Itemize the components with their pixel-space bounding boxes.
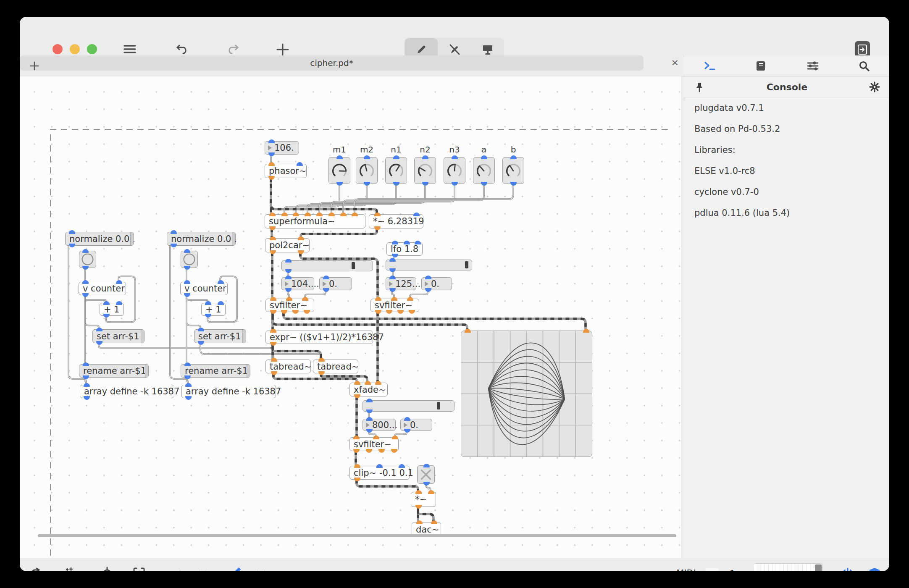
node-svfilter-3[interactable]: svfilter~	[349, 437, 399, 451]
oversampling-selector[interactable]: 1x	[730, 568, 741, 572]
node-mul-628[interactable]: *~ 6.28319	[369, 214, 423, 228]
node-knob-m1[interactable]	[328, 157, 350, 184]
signal-inlet[interactable]	[281, 213, 288, 216]
signal-inlet[interactable]	[375, 381, 381, 385]
node-scope[interactable]	[461, 331, 592, 457]
signal-inlet[interactable]	[340, 213, 347, 216]
control-inlet[interactable]	[205, 301, 211, 305]
signal-inlet[interactable]	[428, 490, 434, 494]
signal-inlet[interactable]	[305, 213, 311, 216]
volume-thumb[interactable]	[815, 564, 822, 571]
control-inlet[interactable]	[83, 362, 89, 366]
node-knob-m2[interactable]	[356, 157, 378, 184]
node-toggle[interactable]	[417, 465, 435, 484]
control-inlet[interactable]	[218, 301, 224, 305]
center-canvas-button[interactable]	[91, 567, 123, 571]
node-num-106[interactable]: 106.	[265, 141, 299, 155]
control-inlet[interactable]	[218, 280, 224, 284]
control-inlet[interactable]	[336, 155, 343, 159]
connection-style-button[interactable]	[20, 567, 52, 571]
control-inlet[interactable]	[185, 383, 192, 387]
signal-inlet[interactable]	[374, 213, 381, 216]
minimize-window-button[interactable]	[70, 44, 80, 54]
number-drag-icon[interactable]	[268, 145, 272, 150]
node-bang-2[interactable]	[181, 251, 198, 268]
node-knob-b[interactable]	[502, 157, 524, 184]
node-bang-1[interactable]	[79, 251, 96, 268]
signal-inlet[interactable]	[271, 358, 277, 362]
sidebar-tab-search[interactable]	[838, 60, 889, 72]
node-superformula[interactable]: superformula~	[265, 214, 365, 228]
control-inlet[interactable]	[198, 328, 204, 331]
control-inlet[interactable]	[96, 328, 102, 331]
maximize-window-button[interactable]	[87, 44, 97, 54]
overlay-visibility-button[interactable]	[168, 568, 193, 571]
control-inlet[interactable]	[399, 464, 405, 468]
signal-inlet[interactable]	[354, 381, 360, 385]
signal-inlet[interactable]	[286, 297, 292, 301]
control-inlet[interactable]	[392, 241, 398, 244]
control-inlet[interactable]	[323, 276, 329, 279]
node-vcounter-1[interactable]: v counter	[79, 282, 126, 295]
number-drag-icon[interactable]	[366, 423, 370, 428]
node-lfo[interactable]: lfo 1.8	[386, 242, 423, 256]
node-slider-1[interactable]	[281, 260, 373, 271]
console-settings-button[interactable]	[859, 81, 889, 92]
redo-icon[interactable]	[226, 42, 240, 56]
signal-inlet[interactable]	[373, 436, 379, 439]
overlay-dropdown-chevron[interactable]	[193, 570, 212, 571]
node-tabread-L[interactable]: tabread~	[265, 360, 311, 373]
control-inlet[interactable]	[184, 249, 190, 253]
signal-inlet[interactable]	[583, 329, 589, 333]
signal-inlet[interactable]	[353, 436, 360, 439]
signal-inlet[interactable]	[298, 236, 304, 240]
new-object-icon[interactable]	[275, 42, 290, 57]
control-inlet[interactable]	[404, 241, 410, 244]
control-inlet[interactable]	[364, 155, 370, 159]
node-clip[interactable]: clip~ -0.1 0.1	[349, 466, 410, 480]
signal-inlet[interactable]	[392, 436, 398, 439]
node-slider-2[interactable]	[386, 260, 472, 270]
signal-inlet[interactable]	[302, 297, 308, 301]
control-inlet[interactable]	[415, 241, 421, 244]
node-set-arr-1[interactable]: set arr-$1	[92, 329, 144, 343]
canvas-horizontal-scrollbar[interactable]	[38, 534, 676, 537]
close-window-button[interactable]	[53, 44, 63, 54]
control-inlet[interactable]	[389, 258, 396, 262]
control-inlet[interactable]	[116, 280, 122, 284]
node-svfilter-L[interactable]: svfilter~	[265, 299, 314, 312]
node-xfade[interactable]: xfade~	[349, 383, 388, 396]
node-num-800[interactable]: 800...	[363, 419, 396, 431]
control-inlet[interactable]	[82, 280, 89, 284]
control-inlet[interactable]	[423, 464, 430, 467]
node-normalize-1[interactable]: normalize 0.01	[65, 232, 134, 246]
node-rename-arr-1[interactable]: rename arr-$1	[79, 364, 149, 378]
node-mul[interactable]: *~	[411, 492, 436, 507]
signal-inlet[interactable]	[270, 297, 276, 301]
pin-console-button[interactable]	[684, 81, 715, 92]
protect-mode-button[interactable]	[860, 567, 889, 571]
node-plus1-1[interactable]: + 1	[100, 303, 124, 316]
node-num-104[interactable]: 104....	[281, 277, 314, 290]
volume-slider[interactable]	[753, 563, 823, 571]
node-knob-n1[interactable]	[385, 157, 407, 184]
signal-inlet[interactable]	[328, 213, 335, 216]
node-array-define-2[interactable]: array define -k 16387	[181, 385, 276, 398]
auto-patch-button[interactable]	[52, 567, 84, 571]
control-inlet[interactable]	[116, 301, 122, 305]
signal-inlet[interactable]	[293, 213, 299, 216]
main-menu-icon[interactable]	[123, 43, 137, 55]
control-inlet[interactable]	[103, 301, 110, 305]
node-num-125[interactable]: 125....	[386, 277, 416, 290]
node-vcounter-2[interactable]: v counter	[180, 282, 228, 295]
control-inlet[interactable]	[171, 230, 177, 234]
node-num-0c[interactable]: 0.	[400, 419, 432, 431]
number-drag-icon[interactable]	[404, 423, 407, 428]
undo-icon[interactable]	[175, 42, 189, 56]
number-drag-icon[interactable]	[323, 281, 326, 286]
node-num-0b[interactable]: 0.	[421, 277, 452, 290]
slider-thumb[interactable]	[437, 402, 440, 410]
control-inlet[interactable]	[376, 464, 383, 468]
control-inlet[interactable]	[297, 162, 303, 166]
number-drag-icon[interactable]	[285, 281, 289, 286]
